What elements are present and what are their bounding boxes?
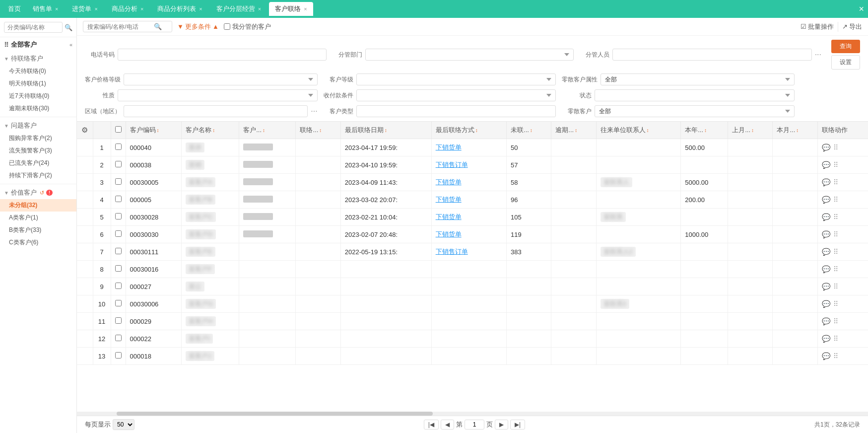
region-more-icon[interactable]: ··· bbox=[311, 107, 317, 116]
tab-customer-contact[interactable]: 客户联络 × bbox=[269, 2, 313, 16]
status-select[interactable] bbox=[595, 89, 795, 101]
refresh-icon[interactable]: ↺ bbox=[40, 190, 44, 196]
customer-level-select[interactable] bbox=[356, 73, 556, 85]
sidebar-item-group-b[interactable]: B类客户(33) bbox=[0, 224, 76, 236]
grid-action-icon[interactable]: ⠿ bbox=[833, 283, 838, 290]
row-check[interactable] bbox=[111, 348, 126, 365]
row-check[interactable] bbox=[111, 295, 126, 313]
sidebar-item-recent7-pending[interactable]: 近7天待联络(0) bbox=[0, 90, 76, 102]
grid-action-icon[interactable]: ⠿ bbox=[833, 335, 838, 343]
row-check[interactable] bbox=[111, 226, 126, 243]
grid-action-icon[interactable]: ⠿ bbox=[833, 178, 838, 186]
th-gear[interactable]: ⚙ bbox=[77, 122, 93, 139]
row-checkbox[interactable] bbox=[115, 352, 122, 359]
page-number-input[interactable] bbox=[465, 420, 484, 430]
row-last-contact-method[interactable]: 下销售订单 bbox=[431, 156, 506, 174]
close-icon[interactable]: × bbox=[94, 6, 97, 12]
search-input[interactable] bbox=[87, 23, 152, 30]
row-last-contact-method[interactable]: 下销货单 bbox=[431, 139, 506, 156]
sidebar-item-tomorrow-pending[interactable]: 明天待联络(1) bbox=[0, 77, 76, 90]
close-icon[interactable]: × bbox=[199, 6, 202, 12]
collapse-icon[interactable]: « bbox=[69, 42, 72, 48]
comment-icon[interactable]: 💬 bbox=[822, 317, 830, 325]
grid-action-icon[interactable]: ⠿ bbox=[833, 352, 838, 360]
sidebar-item-continuous-decline[interactable]: 持续下滑客户(2) bbox=[0, 169, 76, 182]
close-icon[interactable]: × bbox=[55, 6, 58, 12]
sidebar-item-abnormal[interactable]: 囤购异常客户(2) bbox=[0, 132, 76, 144]
close-icon[interactable]: × bbox=[304, 6, 307, 12]
row-last-contact-method[interactable]: 下销货单 bbox=[431, 191, 506, 209]
grid-action-icon[interactable]: ⠿ bbox=[833, 144, 838, 151]
scrollbar-thumb[interactable] bbox=[117, 412, 433, 416]
row-check[interactable] bbox=[111, 261, 126, 278]
grid-action-icon[interactable]: ⠿ bbox=[833, 213, 838, 221]
sidebar-item-overdue-pending[interactable]: 逾期未联络(30) bbox=[0, 102, 76, 115]
comment-icon[interactable]: 💬 bbox=[822, 161, 830, 169]
row-check[interactable] bbox=[111, 330, 126, 348]
row-checkbox[interactable] bbox=[115, 213, 122, 219]
sidebar-item-ungrouped[interactable]: 未分组(32) bbox=[0, 199, 76, 212]
customer-type-input[interactable] bbox=[356, 105, 556, 117]
row-checkbox[interactable] bbox=[115, 230, 122, 237]
page-size-dropdown[interactable]: 50 bbox=[113, 419, 134, 430]
person-input[interactable] bbox=[612, 49, 811, 61]
comment-icon[interactable]: 💬 bbox=[822, 178, 830, 186]
batch-op-button[interactable]: ☑ 批量操作 bbox=[801, 22, 834, 32]
comment-icon[interactable]: 💬 bbox=[822, 352, 830, 360]
row-checkbox[interactable] bbox=[115, 161, 122, 167]
row-checkbox[interactable] bbox=[115, 265, 122, 272]
comment-icon[interactable]: 💬 bbox=[822, 283, 830, 290]
export-button[interactable]: ↗ 导出 bbox=[842, 22, 862, 32]
row-checkbox[interactable] bbox=[115, 300, 122, 306]
row-check[interactable] bbox=[111, 243, 126, 261]
retail-attr-select[interactable]: 全部 bbox=[601, 73, 795, 85]
row-last-contact-method[interactable]: 下销售订单 bbox=[431, 243, 506, 261]
comment-icon[interactable]: 💬 bbox=[822, 144, 830, 151]
tab-product-analysis-list[interactable]: 商品分析列表 × bbox=[151, 2, 208, 16]
prev-page-btn[interactable]: ◀ bbox=[441, 420, 454, 430]
row-check[interactable] bbox=[111, 191, 126, 209]
comment-icon[interactable]: 💬 bbox=[822, 300, 830, 308]
more-conditions-btn[interactable]: ▼ 更多条件 ▲ bbox=[177, 22, 219, 31]
more-icon[interactable]: ··· bbox=[815, 50, 821, 59]
sidebar-group-problem[interactable]: ▼ 问题客户 bbox=[0, 119, 76, 132]
gear-icon[interactable]: ⚙ bbox=[81, 126, 88, 134]
close-window-icon[interactable]: × bbox=[859, 4, 864, 14]
row-last-contact-method[interactable]: 下销货单 bbox=[431, 226, 506, 243]
phone-input[interactable] bbox=[118, 49, 327, 61]
comment-icon[interactable]: 💬 bbox=[822, 335, 830, 343]
gender-select[interactable] bbox=[118, 89, 318, 101]
row-checkbox[interactable] bbox=[115, 335, 122, 341]
sidebar-search-input[interactable] bbox=[4, 22, 63, 33]
sidebar-all-customers[interactable]: ⠿ 全部客户 « bbox=[0, 37, 76, 52]
row-check[interactable] bbox=[111, 209, 126, 226]
comment-icon[interactable]: 💬 bbox=[822, 248, 830, 256]
tab-product-analysis[interactable]: 商品分析 × bbox=[106, 2, 149, 16]
sidebar-item-already-lost[interactable]: 已流失客户(24) bbox=[0, 157, 76, 169]
row-check[interactable] bbox=[111, 313, 126, 330]
grid-action-icon[interactable]: ⠿ bbox=[833, 248, 838, 256]
row-checkbox[interactable] bbox=[115, 248, 122, 254]
comment-icon[interactable]: 💬 bbox=[822, 230, 830, 238]
select-all-checkbox[interactable] bbox=[115, 126, 122, 133]
search-icon[interactable]: 🔍 bbox=[154, 23, 162, 30]
row-checkbox[interactable] bbox=[115, 178, 122, 185]
first-page-btn[interactable]: |◀ bbox=[424, 420, 439, 430]
next-page-btn[interactable]: ▶ bbox=[495, 420, 508, 430]
tab-sales-order[interactable]: 销售单 × bbox=[27, 2, 64, 16]
row-checkbox[interactable] bbox=[115, 317, 122, 324]
my-customers-checkbox[interactable]: 我分管的客户 bbox=[224, 22, 271, 31]
grid-action-icon[interactable]: ⠿ bbox=[833, 300, 838, 308]
comment-icon[interactable]: 💬 bbox=[822, 213, 830, 221]
query-button[interactable]: 查询 bbox=[831, 40, 860, 53]
sidebar-item-today-pending[interactable]: 今天待联络(0) bbox=[0, 65, 76, 77]
region-input[interactable] bbox=[124, 105, 308, 117]
grid-action-icon[interactable]: ⠿ bbox=[833, 161, 838, 169]
comment-icon[interactable]: 💬 bbox=[822, 265, 830, 273]
reset-button[interactable]: 设置 bbox=[831, 55, 860, 70]
retail-customer-select[interactable]: 全部 bbox=[595, 105, 795, 117]
comment-icon[interactable]: 💬 bbox=[822, 196, 830, 204]
row-checkbox[interactable] bbox=[115, 144, 122, 150]
close-icon[interactable]: × bbox=[140, 6, 143, 12]
row-check[interactable] bbox=[111, 278, 126, 295]
